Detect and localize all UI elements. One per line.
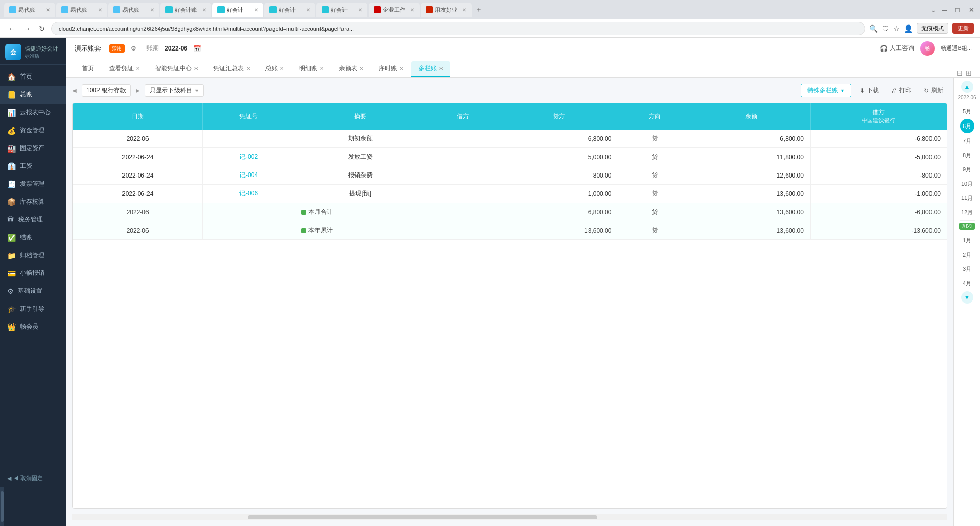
tab-close-2[interactable]: ✕ [98, 7, 102, 13]
tab-voucher-summary[interactable]: 凭证汇总表 ✕ [206, 61, 257, 77]
cell-voucher-3[interactable]: 记-004 [203, 166, 295, 185]
sidebar-item-invoice[interactable]: 🧾 发票管理 [0, 175, 66, 193]
month-item-6[interactable]: 6月 [960, 119, 974, 133]
refresh-button[interactable]: ↻ 刷新 [920, 84, 947, 97]
tab-voucher-view[interactable]: 查看凭证 ✕ [102, 61, 147, 77]
month-item-2023-3[interactable]: 3月 [958, 262, 977, 275]
tab-smart-voucher[interactable]: 智能凭证中心 ✕ [148, 61, 205, 77]
month-item-2023-4[interactable]: 4月 [958, 277, 977, 290]
month-nav-down[interactable]: ▼ [961, 291, 973, 304]
tab-home[interactable]: 首页 [75, 61, 101, 77]
cell-voucher-4[interactable]: 记-006 [203, 185, 295, 203]
reload-button[interactable]: ↻ [37, 22, 47, 35]
tab-general-ledger[interactable]: 总账 ✕ [258, 61, 291, 77]
sidebar-item-member[interactable]: 👑 畅会员 [0, 318, 66, 336]
maximize-button[interactable]: □ [955, 6, 963, 13]
tab-list-arrow[interactable]: ⌄ [930, 6, 936, 14]
tab-close-7[interactable]: ✕ [358, 7, 362, 13]
month-nav-up[interactable]: ▲ [961, 81, 973, 93]
sidebar-item-guide[interactable]: 🎓 新手引导 [0, 300, 66, 318]
tab-yidaizhang-1[interactable]: 易代账 ✕ [4, 3, 55, 17]
sidebar-item-general-ledger[interactable]: 📒 总账 [0, 86, 66, 104]
tab-smart-voucher-close[interactable]: ✕ [194, 66, 198, 71]
month-item-10[interactable]: 10月 [958, 177, 977, 190]
filter-dropdown[interactable]: 只显示下级科目 ▼ [145, 84, 204, 97]
sidebar-item-home[interactable]: 🏠 首页 [0, 68, 66, 86]
month-item-12[interactable]: 12月 [958, 206, 977, 219]
tab-multi-col-ledger[interactable]: 多栏账 ✕ [411, 61, 450, 77]
sidebar-item-archive[interactable]: 📁 归档管理 [0, 246, 66, 264]
sidebar-item-payroll[interactable]: 👔 工资 [0, 157, 66, 175]
horizontal-scrollbar[interactable] [72, 514, 947, 520]
sidebar-item-inventory[interactable]: 📦 库存核算 [0, 193, 66, 211]
cell-summary-3: 报销杂费 [295, 166, 426, 185]
month-item-2023-1[interactable]: 1月 [958, 234, 977, 247]
cell-voucher-2[interactable]: 记-002 [203, 148, 295, 166]
tab-balance-table[interactable]: 余额表 ✕ [332, 61, 371, 77]
month-item-2023-2[interactable]: 2月 [958, 248, 977, 261]
forward-button[interactable]: → [21, 22, 33, 35]
sidebar-item-expense[interactable]: 💳 小畅报销 [0, 264, 66, 282]
tab-expand-icon[interactable]: ⊞ [966, 69, 972, 77]
update-button[interactable]: 更新 [952, 23, 974, 34]
star-icon[interactable]: ☆ [893, 24, 900, 33]
tab-yidaizhang-3[interactable]: 易代账 ✕ [108, 3, 159, 17]
tab-close-3[interactable]: ✕ [150, 7, 154, 13]
sidebar-item-assets[interactable]: 🏭 固定资产 [0, 139, 66, 157]
new-tab-button[interactable]: ＋ [473, 4, 485, 16]
tab-sequence-ledger-close[interactable]: ✕ [399, 66, 403, 71]
tab-close-5[interactable]: ✕ [254, 7, 258, 13]
tab-multi-col-ledger-close[interactable]: ✕ [439, 66, 443, 71]
tab-haohuiji-active[interactable]: 好会计 ✕ [212, 3, 263, 17]
multi-col-button[interactable]: 特殊多栏账 ▼ [801, 84, 851, 97]
tab-voucher-view-close[interactable]: ✕ [136, 66, 140, 71]
tab-detail-ledger[interactable]: 明细账 ✕ [292, 61, 331, 77]
sidebar-item-settings[interactable]: ⚙ 基础设置 [0, 282, 66, 300]
tab-haohuiji-6[interactable]: 好会计 ✕ [264, 3, 315, 17]
tab-close-8[interactable]: ✕ [410, 7, 414, 13]
search-icon[interactable]: 🔍 [869, 24, 878, 33]
sidebar-item-funds[interactable]: 💰 资金管理 [0, 121, 66, 139]
tab-general-ledger-close[interactable]: ✕ [280, 66, 284, 71]
tab-haohuiji-7[interactable]: 好会计 ✕ [316, 3, 368, 17]
tab-close-1[interactable]: ✕ [46, 7, 50, 13]
month-item-7[interactable]: 7月 [958, 134, 977, 147]
tab-voucher-summary-close[interactable]: ✕ [246, 66, 250, 71]
month-item-9[interactable]: 9月 [958, 163, 977, 176]
month-item-5[interactable]: 5月 [958, 105, 977, 118]
print-button[interactable]: 🖨 打印 [887, 84, 916, 97]
tab-yidaizhang-2[interactable]: 易代账 ✕ [56, 3, 107, 17]
profile-icon[interactable]: 👤 [904, 24, 913, 33]
tab-yongyou[interactable]: 用友好业 ✕ [421, 3, 472, 17]
tab-sequence-ledger[interactable]: 序时账 ✕ [372, 61, 410, 77]
minimize-button[interactable]: ─ [942, 6, 949, 13]
back-button[interactable]: ← [6, 22, 17, 35]
tab-detail-ledger-close[interactable]: ✕ [320, 66, 324, 71]
month-item-11[interactable]: 11月 [958, 191, 977, 205]
tab-haohuijizhang[interactable]: 好会计账 ✕ [160, 3, 211, 17]
breadcrumb-prev-arrow[interactable]: ◀ [72, 88, 77, 93]
sidebar-scrollbar[interactable] [0, 487, 4, 526]
tab-close-6[interactable]: ✕ [306, 7, 310, 13]
month-item-8[interactable]: 8月 [958, 148, 977, 162]
sidebar-item-tax[interactable]: 🏛 税务管理 [0, 211, 66, 229]
tab-detail-ledger-label: 明细账 [299, 64, 317, 73]
settings-gear-icon[interactable]: ⚙ [131, 45, 136, 52]
stealth-mode-button[interactable]: 无痕模式 [917, 23, 948, 34]
tab-collapse-icon[interactable]: ⊟ [957, 69, 963, 77]
url-bar[interactable]: cloud2.chanjet.com/accounting/uh26t264j5… [51, 22, 865, 35]
breadcrumb-next-arrow[interactable]: ▶ [136, 88, 140, 93]
close-button[interactable]: ✕ [969, 6, 976, 13]
table-row-monthly-total: 2022-06 本月合计 6,800.00 贷 13,600.00 -6,800… [73, 203, 947, 221]
sidebar-item-close[interactable]: ✅ 结账 [0, 229, 66, 246]
consult-button[interactable]: 🎧 人工咨询 [880, 44, 914, 53]
calendar-icon[interactable]: 📅 [193, 45, 201, 52]
tab-balance-table-close[interactable]: ✕ [359, 66, 363, 71]
tab-close-4[interactable]: ✕ [202, 7, 206, 13]
sidebar-item-reports[interactable]: 📊 云报表中心 [0, 104, 66, 121]
tab-qiyegongzuo[interactable]: 企业工作 ✕ [369, 3, 420, 17]
sidebar-unpin-button[interactable]: ◀ ◀ 取消固定 [0, 469, 66, 487]
download-button[interactable]: ⬇ 下载 [855, 84, 883, 97]
tab-close-9[interactable]: ✕ [462, 7, 467, 13]
cell-balance-6: 13,600.00 [692, 221, 811, 240]
